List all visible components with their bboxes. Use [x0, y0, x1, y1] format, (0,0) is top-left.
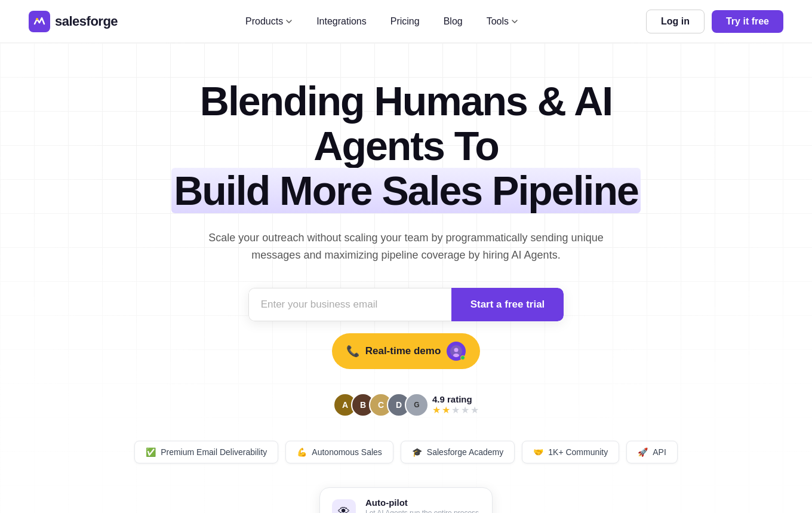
badge-emoji: 🚀 [638, 447, 648, 457]
nav-links: Products Integrations Pricing Blog Tools [236, 11, 528, 32]
badge-label: Premium Email Deliverability [161, 447, 267, 457]
nav-item-tools: Tools [477, 11, 528, 32]
badge-emoji: ✅ [146, 447, 156, 457]
demo-avatar [447, 342, 466, 361]
chevron-down-icon [285, 18, 293, 25]
badge-emoji: 🤝 [533, 447, 543, 457]
autopilot-icon: 👁 [332, 499, 356, 513]
hero-title: Blending Humans & AI Agents To Build Mor… [134, 79, 678, 213]
nav-item-blog: Blog [434, 11, 472, 32]
phone-icon: 📞 [346, 345, 359, 358]
avatar-5: G [405, 393, 429, 417]
ratings-info: 4.9 rating ★ ★ ★ ★ ★ [432, 394, 479, 416]
hero-section: Blending Humans & AI Agents To Build Mor… [0, 43, 812, 513]
badge-academy: 🎓Salesforge Academy [401, 441, 515, 463]
badge-community: 🤝1K+ Community [522, 441, 619, 463]
rating-score: 4.9 rating [432, 394, 472, 404]
try-free-button[interactable]: Try it free [712, 10, 783, 33]
badge-label: Salesforge Academy [427, 447, 503, 457]
badge-label: API [653, 447, 666, 457]
badge-email-deliverability: ✅Premium Email Deliverability [134, 441, 278, 463]
autopilot-title: Auto-pilot [365, 497, 480, 508]
hero-content: Blending Humans & AI Agents To Build Mor… [119, 79, 693, 441]
navbar: salesforge Products Integrations Pricing… [0, 0, 812, 43]
nav-link-blog[interactable]: Blog [434, 11, 472, 32]
avatar-face-icon [450, 345, 462, 357]
email-input[interactable] [248, 288, 451, 321]
logo-text: salesforge [55, 14, 118, 29]
online-indicator [460, 355, 465, 360]
svg-point-3 [454, 348, 459, 352]
star-rating: ★ ★ ★ ★ ★ [432, 404, 479, 416]
cta-form: Start a free trial [248, 288, 564, 321]
nav-item-products: Products [236, 11, 302, 32]
nav-link-integrations[interactable]: Integrations [307, 11, 376, 32]
badge-label: Autonomous Sales [312, 447, 382, 457]
badges-row: ✅Premium Email Deliverability💪Autonomous… [134, 441, 678, 463]
svg-point-1 [36, 18, 38, 20]
nav-link-pricing[interactable]: Pricing [381, 11, 429, 32]
autopilot-subtitle: Let AI Agents run the entire process for… [365, 509, 480, 513]
logo-link[interactable]: salesforge [29, 11, 118, 32]
hero-subtitle: Scale your outreach without scaling your… [191, 229, 621, 264]
start-trial-button[interactable]: Start a free trial [451, 288, 564, 321]
star-4: ★ [461, 404, 469, 416]
nav-link-products[interactable]: Products [236, 11, 302, 32]
badge-emoji: 💪 [297, 447, 307, 457]
star-5: ★ [470, 404, 479, 416]
star-1: ★ [432, 404, 441, 416]
svg-point-4 [453, 354, 459, 357]
login-button[interactable]: Log in [646, 10, 705, 33]
ratings-row: A B C D G 4.9 rating ★ ★ ★ ★ ★ [333, 393, 479, 417]
nav-actions: Log in Try it free [646, 10, 783, 33]
avatar-stack: A B C D G [333, 393, 423, 417]
badge-autonomous-sales: 💪Autonomous Sales [285, 441, 393, 463]
demo-button[interactable]: 📞 Real-time demo [332, 333, 481, 369]
star-3: ★ [451, 404, 460, 416]
nav-item-integrations: Integrations [307, 11, 376, 32]
badge-label: 1K+ Community [548, 447, 608, 457]
nav-item-pricing: Pricing [381, 11, 429, 32]
autopilot-text: Auto-pilot Let AI Agents run the entire … [365, 497, 480, 513]
badge-api: 🚀API [626, 441, 678, 463]
chevron-down-icon [511, 18, 518, 25]
badge-emoji: 🎓 [412, 447, 422, 457]
nav-link-tools[interactable]: Tools [477, 11, 528, 32]
star-2: ★ [442, 404, 450, 416]
autopilot-card: 👁 Auto-pilot Let AI Agents run the entir… [319, 487, 493, 513]
logo-icon [29, 11, 50, 32]
